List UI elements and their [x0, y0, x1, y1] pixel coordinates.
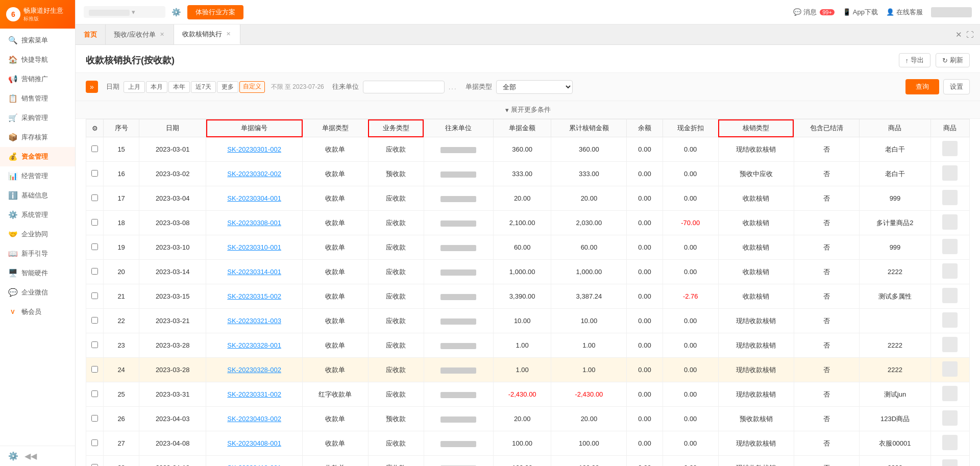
sidebar-item-quick-nav[interactable]: 🏠 快捷导航 — [0, 50, 75, 69]
sidebar-item-inventory[interactable]: 📦 库存核算 — [0, 128, 75, 147]
cell-doc-no: SK-20230304-001 — [206, 186, 303, 211]
cell-date: 2023-03-15 — [139, 284, 206, 309]
cell-goods: 999 — [860, 235, 930, 260]
cell-no: 27 — [104, 431, 139, 456]
tab-receipt-close[interactable]: ✕ — [225, 30, 232, 38]
cell-checkbox[interactable] — [86, 186, 104, 211]
cell-checkbox[interactable] — [86, 407, 104, 431]
collapse-icon[interactable]: ◀◀ — [24, 451, 37, 461]
table-row[interactable]: 16 2023-03-02 SK-20230302-002 收款单 预收款 33… — [86, 162, 970, 186]
cell-checkbox[interactable] — [86, 309, 104, 333]
filter-this-month[interactable]: 本月 — [146, 81, 167, 93]
filter-doctype-select[interactable]: 全部 收款单 红字收款单 — [496, 80, 573, 94]
cell-checkbox[interactable] — [86, 284, 104, 309]
cell-amount: 20.00 — [493, 186, 551, 211]
cell-checkbox[interactable] — [86, 211, 104, 235]
tab-prepay-close[interactable]: ✕ — [159, 31, 165, 38]
sidebar-item-sales[interactable]: 📋 销售管理 — [0, 89, 75, 108]
table-row[interactable]: 17 2023-03-04 SK-20230304-001 收款单 应收款 20… — [86, 186, 970, 211]
sidebar-item-member[interactable]: V 畅会员 — [0, 302, 75, 322]
cell-goods-img — [930, 333, 969, 358]
cell-goods-img — [930, 284, 969, 309]
cell-balance: 0.00 — [627, 211, 663, 235]
cell-checkbox[interactable] — [86, 431, 104, 456]
cell-checkbox[interactable] — [86, 137, 104, 162]
expand-conditions-button[interactable]: ▾ 展开更多条件 — [505, 105, 551, 114]
sidebar-item-search[interactable]: 🔍 搜索菜单 — [0, 31, 75, 50]
table-row[interactable]: 23 2023-03-28 SK-20230328-001 收款单 应收款 1.… — [86, 333, 970, 358]
tab-prepay[interactable]: 预收/应收付单 ✕ — [106, 24, 174, 44]
cell-checkbox[interactable] — [86, 358, 104, 382]
gear-icon[interactable]: ⚙️ — [172, 8, 181, 17]
notification-item[interactable]: 💬 消息 99+ — [793, 8, 835, 17]
cell-goods: 999 — [860, 186, 930, 211]
cell-checkbox[interactable] — [86, 333, 104, 358]
sidebar-item-basic[interactable]: ℹ️ 基础信息 — [0, 186, 75, 205]
cell-doc-type: 收款单 — [303, 162, 369, 186]
industry-solution-button[interactable]: 体验行业方案 — [187, 5, 243, 19]
cell-no: 26 — [104, 407, 139, 431]
app-download-item[interactable]: 📱 App下载 — [843, 8, 878, 17]
refresh-button[interactable]: ↻ 刷新 — [936, 53, 970, 67]
basic-icon: ℹ️ — [8, 191, 17, 200]
tab-receipt[interactable]: 收款核销执行 ✕ — [174, 24, 240, 44]
sidebar-item-wechat[interactable]: 💬 企业微信 — [0, 283, 75, 302]
sidebar-item-guide[interactable]: 📖 新手引导 — [0, 244, 75, 263]
cell-doc-no: SK-20230403-002 — [206, 407, 303, 431]
filter-more[interactable]: 更多 — [217, 81, 238, 93]
sidebar-item-operation[interactable]: 📊 经营管理 — [0, 166, 75, 186]
tab-close-all-icon[interactable]: ✕ — [955, 30, 962, 39]
cell-goods-img — [930, 431, 969, 456]
sidebar-item-marketing[interactable]: 📢 营销推广 — [0, 69, 75, 89]
query-button[interactable]: 查询 — [905, 79, 939, 94]
support-item[interactable]: 👤 在线客服 — [886, 8, 923, 17]
tab-home[interactable]: 首页 — [76, 24, 106, 44]
table-row[interactable]: 20 2023-03-14 SK-20230314-001 收款单 应收款 1,… — [86, 260, 970, 284]
cell-checkbox[interactable] — [86, 162, 104, 186]
col-biz-type: 业务类型 — [368, 119, 424, 137]
filter-last-month[interactable]: 上月 — [124, 81, 145, 93]
table-row[interactable]: 18 2023-03-08 SK-20230308-001 收款单 应收款 2,… — [86, 211, 970, 235]
filter-this-year[interactable]: 本年 — [168, 81, 190, 93]
cell-write-type: 现结收款核销 — [718, 137, 794, 162]
cell-goods: 2222 — [860, 333, 930, 358]
cell-checkbox[interactable] — [86, 260, 104, 284]
filter-7days[interactable]: 近7天 — [191, 81, 216, 93]
sidebar-item-purchase[interactable]: 🛒 采购管理 — [0, 108, 75, 128]
sidebar-item-finance[interactable]: 💰 资金管理 — [0, 147, 75, 166]
filter-custom-tag[interactable]: 自定义 — [239, 81, 265, 93]
cell-include-settled: 否 — [794, 260, 860, 284]
sidebar-item-system[interactable]: ⚙️ 系统管理 — [0, 205, 75, 225]
sidebar-item-enterprise[interactable]: 🤝 企业协同 — [0, 225, 75, 244]
cell-checkbox[interactable] — [86, 382, 104, 407]
cell-checkbox[interactable] — [86, 235, 104, 260]
settings-button[interactable]: 设置 — [943, 79, 970, 94]
cell-amount: 10.00 — [493, 309, 551, 333]
export-button[interactable]: ↑ 导出 — [899, 53, 931, 67]
cell-doc-no: SK-20230418-001 — [206, 456, 303, 467]
sidebar-item-hardware[interactable]: 🖥️ 智能硬件 — [0, 263, 75, 283]
table-row[interactable]: 26 2023-04-03 SK-20230403-002 收款单 预收款 20… — [86, 407, 970, 431]
table-row[interactable]: 15 2023-03-01 SK-20230301-002 收款单 应收款 36… — [86, 137, 970, 162]
table-row[interactable]: 24 2023-03-28 SK-20230328-002 收款单 应收款 1.… — [86, 358, 970, 382]
table-row[interactable]: 28 2023-04-18 SK-20230418-001 收款单 应收款 10… — [86, 456, 970, 467]
table-row[interactable]: 27 2023-04-08 SK-20230408-001 收款单 应收款 10… — [86, 431, 970, 456]
cell-checkbox[interactable] — [86, 456, 104, 467]
filter-dots: ... — [449, 83, 457, 91]
guide-icon: 📖 — [8, 249, 17, 258]
cell-accum: 1.00 — [551, 333, 627, 358]
table-row[interactable]: 19 2023-03-10 SK-20230310-001 收款单 应收款 60… — [86, 235, 970, 260]
col-gear[interactable]: ⚙ — [86, 119, 104, 137]
cell-discount: 0.00 — [663, 333, 718, 358]
cell-doc-no: SK-20230321-003 — [206, 309, 303, 333]
table-row[interactable]: 22 2023-03-21 SK-20230321-003 收款单 应收款 10… — [86, 309, 970, 333]
table-row[interactable]: 25 2023-03-31 SK-20230331-002 红字收款单 应收款 … — [86, 382, 970, 407]
cell-no: 16 — [104, 162, 139, 186]
filter-toggle-button[interactable]: » — [86, 81, 98, 93]
tab-maximize-icon[interactable]: ⛶ — [966, 30, 974, 39]
table-row[interactable]: 21 2023-03-15 SK-20230315-002 收款单 应收款 3,… — [86, 284, 970, 309]
settings-icon[interactable]: ⚙️ — [8, 451, 18, 461]
filter-doctype-group: 单据类型 全部 收款单 红字收款单 — [465, 80, 573, 94]
cell-write-type: 收款核销 — [718, 186, 794, 211]
filter-partner-input[interactable] — [363, 81, 445, 93]
